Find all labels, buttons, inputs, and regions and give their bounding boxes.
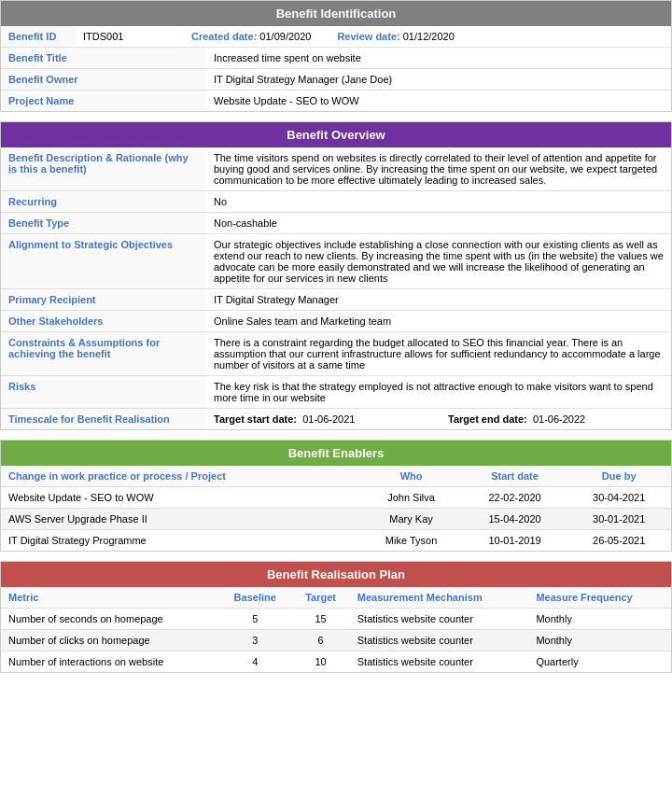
alignment-row: Alignment to Strategic Objectives Our st… bbox=[1, 234, 671, 289]
enablers-cell-startdate: 15-04-2020 bbox=[463, 509, 567, 530]
plan-row: Number of interactions on website 4 10 S… bbox=[1, 651, 671, 673]
benefit-type-row: Benefit Type Non-cashable bbox=[1, 213, 671, 234]
review-date-field: Review date: 01/12/2020 bbox=[333, 26, 457, 47]
plan-cell-metric: Number of seconds on homepage bbox=[1, 609, 218, 630]
alignment-value: Our strategic objectives include establi… bbox=[206, 234, 671, 288]
enablers-col-startdate: Start date bbox=[463, 466, 567, 487]
plan-col-target: Target bbox=[291, 587, 349, 609]
enablers-cell-startdate: 22-02-2020 bbox=[463, 487, 567, 509]
benefit-enablers-header: Benefit Enablers bbox=[1, 441, 671, 466]
plan-col-frequency: Measure Frequency bbox=[528, 587, 671, 609]
constraints-value: There is a constraint regarding the budg… bbox=[206, 332, 671, 375]
enablers-cell-who: John Silva bbox=[359, 487, 462, 509]
enablers-col-who: Who bbox=[359, 466, 462, 487]
created-date-value: 01/09/2020 bbox=[259, 31, 311, 42]
benefit-title-value: Increased time spent on website bbox=[206, 48, 671, 68]
plan-col-metric: Metric bbox=[1, 587, 218, 609]
review-date-value: 01/12/2020 bbox=[403, 31, 455, 42]
plan-cell-mechanism: Statistics website counter bbox=[350, 609, 529, 630]
benefit-enablers-section: Benefit Enablers Change in work practice… bbox=[0, 440, 672, 552]
enablers-cell-dueby: 26-05-2021 bbox=[567, 530, 671, 552]
constraints-label: Constraints & Assumptions for achieving … bbox=[1, 332, 206, 375]
timescale-label: Timescale for Benefit Realisation bbox=[1, 409, 206, 429]
plan-cell-mechanism: Statistics website counter bbox=[350, 630, 529, 651]
enablers-row: IT Digital Strategy Programme Mike Tyson… bbox=[1, 530, 671, 552]
timescale-value: Target start date: 01-06-2021 Target end… bbox=[206, 409, 671, 429]
timescale-inner: Target start date: 01-06-2021 Target end… bbox=[214, 413, 664, 425]
enablers-cell-project: AWS Server Upgrade Phase II bbox=[1, 509, 359, 530]
created-date-label: Created date: bbox=[191, 31, 257, 42]
enablers-cell-project: Website Update - SEO to WOW bbox=[1, 487, 359, 509]
benefit-owner-row: Benefit Owner IT Digital Strategy Manage… bbox=[1, 69, 671, 91]
plan-cell-metric: Number of clicks on homepage bbox=[1, 630, 218, 651]
benefit-id-label: Benefit ID bbox=[1, 26, 76, 47]
benefit-identification-section: Benefit Identification Benefit ID ITDS00… bbox=[0, 0, 672, 112]
enablers-col-dueby: Due by bbox=[567, 466, 671, 487]
primary-recipient-row: Primary Recipient IT Digital Strategy Ma… bbox=[1, 289, 671, 311]
benefit-realisation-header: Benefit Realisation Plan bbox=[1, 562, 671, 587]
target-end-field: Target end date: 01-06-2022 bbox=[448, 413, 664, 425]
recurring-label: Recurring bbox=[1, 191, 206, 212]
target-end-value: 01-06-2022 bbox=[533, 413, 585, 425]
enablers-cell-project: IT Digital Strategy Programme bbox=[1, 530, 359, 552]
plan-cell-target: 10 bbox=[291, 651, 349, 673]
benefit-title-row: Benefit Title Increased time spent on we… bbox=[1, 48, 671, 69]
risks-value: The key risk is that the strategy employ… bbox=[206, 376, 671, 408]
plan-row: Number of seconds on homepage 5 15 Stati… bbox=[1, 609, 671, 630]
enablers-cell-who: Mary Kay bbox=[359, 509, 462, 530]
plan-col-baseline: Baseline bbox=[218, 587, 291, 609]
benefit-overview-section: Benefit Overview Benefit Description & R… bbox=[0, 121, 672, 430]
plan-cell-mechanism: Statistics website counter bbox=[350, 651, 529, 673]
benefit-identification-header: Benefit Identification bbox=[1, 1, 671, 26]
plan-cell-target: 15 bbox=[291, 609, 349, 630]
plan-col-mechanism: Measurement Mechanism bbox=[350, 587, 529, 609]
plan-cell-baseline: 4 bbox=[218, 651, 291, 673]
enablers-header-row: Change in work practice or process / Pro… bbox=[1, 466, 671, 487]
enablers-cell-startdate: 10-01-2019 bbox=[463, 530, 567, 552]
created-date-field: Created date: 01/09/2020 bbox=[188, 26, 315, 47]
primary-recipient-value: IT Digital Strategy Manager bbox=[206, 289, 671, 310]
alignment-label: Alignment to Strategic Objectives bbox=[1, 234, 206, 288]
plan-cell-baseline: 5 bbox=[218, 609, 291, 630]
risks-row: Risks The key risk is that the strategy … bbox=[1, 376, 671, 409]
enablers-cell-who: Mike Tyson bbox=[359, 530, 462, 552]
plan-cell-baseline: 3 bbox=[218, 630, 291, 651]
enablers-row: AWS Server Upgrade Phase II Mary Kay 15-… bbox=[1, 509, 671, 530]
benefit-title-label: Benefit Title bbox=[1, 48, 206, 68]
benefit-owner-value: IT Digital Strategy Manager (Jane Doe) bbox=[206, 69, 671, 90]
benefit-overview-title: Benefit Overview bbox=[287, 128, 385, 142]
benefit-identification-title: Benefit Identification bbox=[276, 7, 397, 21]
project-name-label: Project Name bbox=[1, 91, 206, 111]
description-row: Benefit Description & Rationale (why is … bbox=[1, 147, 671, 191]
risks-label: Risks bbox=[1, 376, 206, 408]
benefit-realisation-section: Benefit Realisation Plan Metric Baseline… bbox=[0, 561, 672, 673]
other-stakeholders-label: Other Stakeholders bbox=[1, 311, 206, 331]
plan-cell-frequency: Quarterly bbox=[528, 651, 671, 673]
constraints-row: Constraints & Assumptions for achieving … bbox=[1, 332, 671, 376]
benefit-id-row: Benefit ID ITDS001 Created date: 01/09/2… bbox=[1, 26, 671, 48]
recurring-row: Recurring No bbox=[1, 191, 671, 213]
other-stakeholders-row: Other Stakeholders Online Sales team and… bbox=[1, 311, 671, 332]
plan-cell-target: 6 bbox=[291, 630, 349, 651]
enablers-row: Website Update - SEO to WOW John Silva 2… bbox=[1, 487, 671, 509]
review-date-label: Review date: bbox=[337, 31, 399, 42]
target-start-label: Target start date: bbox=[214, 413, 297, 425]
description-value: The time visitors spend on websites is d… bbox=[206, 147, 671, 190]
enablers-cell-dueby: 30-01-2021 bbox=[567, 509, 671, 530]
benefit-overview-header: Benefit Overview bbox=[1, 122, 671, 147]
benefit-type-value: Non-cashable bbox=[206, 213, 671, 233]
benefit-id-value: ITDS001 bbox=[76, 26, 188, 47]
plan-row: Number of clicks on homepage 3 6 Statist… bbox=[1, 630, 671, 651]
description-label: Benefit Description & Rationale (why is … bbox=[1, 147, 206, 190]
project-name-row: Project Name Website Update - SEO to WOW bbox=[1, 91, 671, 111]
benefit-type-label: Benefit Type bbox=[1, 213, 206, 233]
plan-cell-metric: Number of interactions on website bbox=[1, 651, 218, 673]
benefit-owner-label: Benefit Owner bbox=[1, 69, 206, 90]
primary-recipient-label: Primary Recipient bbox=[1, 289, 206, 310]
benefit-realisation-title: Benefit Realisation Plan bbox=[267, 567, 405, 581]
target-start-field: Target start date: 01-06-2021 bbox=[214, 413, 448, 425]
recurring-value: No bbox=[206, 191, 671, 212]
enablers-table: Change in work practice or process / Pro… bbox=[1, 466, 671, 551]
benefit-enablers-title: Benefit Enablers bbox=[288, 446, 385, 460]
realisation-table: Metric Baseline Target Measurement Mecha… bbox=[1, 587, 671, 672]
